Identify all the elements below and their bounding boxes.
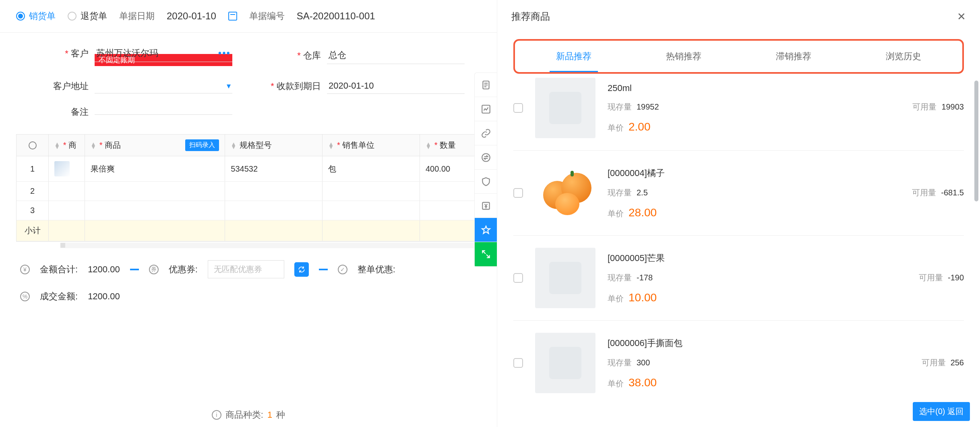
- deal-amount-value: 1200.00: [88, 291, 120, 302]
- doc-tabs-bar: 销货单 退货单 单据日期 2020-01-10 单据编号 SA-20200110…: [0, 4, 497, 33]
- address-select[interactable]: ▾: [95, 79, 232, 93]
- amount-total-value: 1200.00: [88, 264, 120, 275]
- vertical-scrollbar[interactable]: [974, 81, 978, 201]
- expand-icon[interactable]: [475, 242, 497, 266]
- product-thumb: [54, 161, 70, 176]
- doc-no-value: SA-20200110-001: [297, 10, 375, 22]
- due-date-label: 收款到期日: [265, 80, 321, 92]
- customer-label: 客户: [32, 48, 89, 60]
- close-icon[interactable]: ✕: [957, 10, 966, 23]
- yen-icon: ¥: [20, 265, 30, 274]
- sort-icon[interactable]: ▲▼: [54, 142, 60, 149]
- remark-label: 备注: [32, 106, 89, 118]
- product-item[interactable]: [0000006]手撕面包 现存量300 可用量256 单价38.00: [513, 321, 964, 405]
- coupon-label: 优惠券:: [169, 263, 198, 276]
- ellipsis-icon[interactable]: •••: [218, 48, 231, 59]
- table-row[interactable]: 2: [17, 182, 480, 201]
- sort-icon[interactable]: ▲▼: [328, 142, 334, 149]
- product-image: [535, 163, 595, 223]
- doc-no-label: 单据编号: [249, 10, 285, 22]
- order-discount-label: 整单优惠:: [358, 263, 395, 276]
- horizontal-scrollbar[interactable]: [60, 243, 481, 248]
- radio-return-order[interactable]: 退货单: [68, 10, 107, 22]
- radio-sales-order[interactable]: 销货单: [16, 10, 56, 22]
- checkbox[interactable]: [513, 358, 523, 368]
- note-icon[interactable]: [475, 73, 497, 97]
- doc-date-value[interactable]: 2020-01-10: [167, 10, 216, 22]
- doc-date-label: 单据日期: [119, 10, 155, 22]
- tab-slow-recommend[interactable]: 滞销推荐: [739, 42, 849, 70]
- recommend-product-list[interactable]: 250ml 现存量19952 可用量19903 单价2.00: [497, 74, 980, 427]
- discount-icon: ✓: [338, 265, 347, 274]
- currency-icon[interactable]: [475, 194, 497, 218]
- deal-icon: %: [20, 292, 30, 301]
- checkbox[interactable]: [513, 188, 523, 198]
- deal-amount-label: 成交金额:: [40, 290, 78, 303]
- product-item[interactable]: [0000004]橘子 现存量2.5 可用量-681.5 单价28.00: [513, 151, 964, 236]
- chevron-down-icon: ▾: [227, 81, 231, 91]
- coupon-input[interactable]: 无匹配优惠券: [208, 260, 284, 278]
- product-item[interactable]: 250ml 现存量19952 可用量19903 单价2.00: [513, 74, 964, 151]
- warehouse-input[interactable]: 总仓: [327, 47, 465, 64]
- minus-icon: [319, 269, 328, 270]
- chart-icon[interactable]: [475, 97, 497, 121]
- info-icon: i: [212, 410, 221, 420]
- address-label: 客户地址: [32, 80, 89, 92]
- checkbox[interactable]: [513, 273, 523, 283]
- warehouse-label: 仓库: [265, 50, 321, 62]
- subtotal-row: 小计: [17, 220, 480, 241]
- calendar-icon[interactable]: [228, 12, 237, 21]
- product-image: [535, 248, 595, 308]
- gear-icon[interactable]: [29, 141, 37, 149]
- side-iconbar: [474, 73, 497, 267]
- recommend-tabs-highlight: 新品推荐 热销推荐 滞销推荐 浏览历史: [513, 39, 964, 74]
- scan-entry-button[interactable]: 扫码录入: [185, 139, 219, 151]
- product-item[interactable]: [0000005]芒果 现存量-178 可用量-190 单价10.00: [513, 236, 964, 321]
- items-grid: ▲▼商 ▲▼商品扫码录入 ▲▼规格型号 ▲▼销售单位 ▲▼数量 1 果倍爽 53…: [16, 134, 481, 242]
- product-kinds-count: 1: [267, 410, 272, 420]
- table-row[interactable]: 3: [17, 201, 480, 220]
- swap-icon[interactable]: [475, 145, 497, 170]
- shield-icon[interactable]: [475, 170, 497, 194]
- refresh-button[interactable]: [294, 262, 309, 277]
- tab-new-recommend[interactable]: 新品推荐: [519, 42, 629, 70]
- svg-point-2: [482, 153, 490, 162]
- sort-icon[interactable]: ▲▼: [231, 142, 236, 149]
- link-icon[interactable]: [475, 121, 497, 145]
- selected-return-button[interactable]: 选中(0) 返回: [913, 402, 970, 421]
- tab-hot-recommend[interactable]: 热销推荐: [629, 42, 739, 70]
- amount-total-label: 金额合计:: [40, 263, 78, 276]
- sort-icon[interactable]: ▲▼: [426, 142, 431, 149]
- due-date-input[interactable]: 2020-01-10: [327, 78, 465, 94]
- table-row[interactable]: 1 果倍爽 534532 包 400.00: [17, 156, 480, 182]
- product-image: [535, 333, 595, 393]
- recommend-panel-title: 推荐商品: [511, 10, 550, 23]
- remark-input[interactable]: [95, 110, 232, 115]
- tab-browse-history[interactable]: 浏览历史: [848, 42, 958, 70]
- minus-icon: [130, 269, 139, 270]
- product-image: [535, 78, 595, 138]
- checkbox[interactable]: [513, 103, 523, 113]
- product-kinds-label: 商品种类:: [225, 409, 263, 421]
- coupon-icon: 券: [149, 265, 159, 274]
- sort-icon[interactable]: ▲▼: [91, 142, 96, 149]
- star-icon[interactable]: [475, 218, 497, 242]
